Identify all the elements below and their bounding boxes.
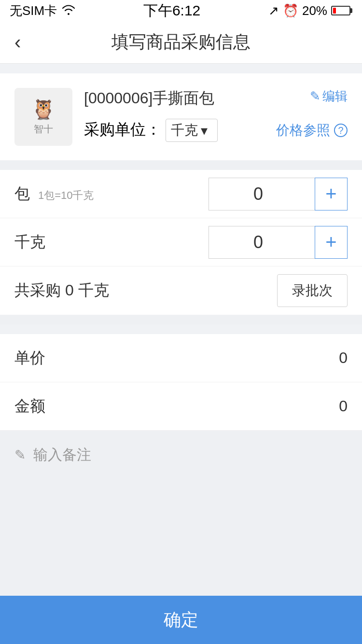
- product-name: [0000006]手撕面包: [84, 88, 214, 109]
- battery-icon: [331, 6, 352, 15]
- summary-row: 共采购 0 千克 录批次: [0, 266, 362, 315]
- page-title: 填写商品采购信息: [111, 30, 251, 54]
- form-section-bao: 包 1包=10千克 + 千克 +: [0, 170, 362, 266]
- product-card: 🦉 智十 [0000006]手撕面包 ✎ 编辑 采购单位： 千克 ▾ 价格参照: [0, 73, 362, 160]
- qianke-input-group: +: [209, 226, 348, 259]
- qianke-plus-button[interactable]: +: [315, 226, 348, 259]
- danjia-row: 单价 0: [0, 334, 362, 382]
- qianke-input[interactable]: [209, 226, 315, 259]
- notes-input-row: ✎ 输入备注: [14, 445, 348, 465]
- notes-placeholder: 输入备注: [33, 445, 91, 465]
- notes-section[interactable]: ✎ 输入备注: [0, 431, 362, 527]
- status-right: ↗ ⏰ 20%: [268, 3, 352, 18]
- bao-plus-button[interactable]: +: [315, 178, 348, 210]
- confirm-button-label: 确定: [164, 608, 198, 632]
- product-image: 🦉 智十: [14, 88, 72, 146]
- bao-label: 包 1包=10千克: [14, 183, 94, 205]
- summary-text: 共采购 0 千克: [14, 280, 109, 301]
- divider-1: [0, 160, 362, 170]
- product-owl-label: 智十: [34, 123, 53, 136]
- jine-row: 金额 0: [0, 382, 362, 431]
- danjia-label: 单价: [14, 348, 45, 369]
- status-bar: 无SIM卡 下午6:12 ↗ ⏰ 20%: [0, 0, 362, 21]
- chevron-down-icon: ▾: [201, 123, 208, 139]
- info-section: 单价 0 金额 0: [0, 334, 362, 431]
- alarm-icon: ⏰: [283, 3, 298, 18]
- form-row-bao: 包 1包=10千克 +: [0, 170, 362, 218]
- product-owl-icon: 🦉: [31, 98, 56, 121]
- form-row-qianke: 千克 +: [0, 218, 362, 266]
- bao-input[interactable]: [209, 178, 315, 210]
- jine-value: 0: [339, 397, 348, 415]
- jine-label: 金额: [14, 396, 45, 417]
- status-time: 下午6:12: [143, 1, 200, 21]
- qianke-label: 千克: [14, 232, 92, 253]
- danjia-value: 0: [339, 349, 348, 367]
- back-button[interactable]: ‹: [14, 31, 21, 53]
- battery-percent: 20%: [302, 3, 327, 18]
- confirm-bar[interactable]: 确定: [0, 596, 362, 644]
- help-icon: ?: [334, 124, 348, 137]
- product-header: [0000006]手撕面包 ✎ 编辑: [84, 88, 348, 109]
- product-info: [0000006]手撕面包 ✎ 编辑 采购单位： 千克 ▾ 价格参照 ?: [84, 88, 348, 142]
- nav-bar: ‹ 填写商品采购信息: [0, 21, 362, 64]
- unit-label: 采购单位：: [84, 121, 161, 138]
- pencil-icon: ✎: [14, 447, 26, 463]
- divider-2: [0, 315, 362, 324]
- wifi-icon: [62, 3, 75, 18]
- location-icon: ↗: [268, 3, 279, 18]
- price-ref-button[interactable]: 价格参照 ?: [276, 121, 348, 140]
- status-carrier: 无SIM卡: [10, 2, 75, 19]
- edit-icon: ✎: [310, 89, 320, 104]
- batch-button[interactable]: 录批次: [277, 274, 348, 307]
- bao-input-group: +: [209, 178, 348, 210]
- product-unit-row: 采购单位： 千克 ▾ 价格参照 ?: [84, 119, 348, 142]
- unit-select[interactable]: 千克 ▾: [166, 119, 218, 142]
- edit-button[interactable]: ✎ 编辑: [310, 88, 348, 105]
- carrier-text: 无SIM卡: [10, 2, 57, 19]
- unit-label-group: 采购单位： 千克 ▾: [84, 119, 218, 142]
- bao-sub: 1包=10千克: [38, 189, 94, 201]
